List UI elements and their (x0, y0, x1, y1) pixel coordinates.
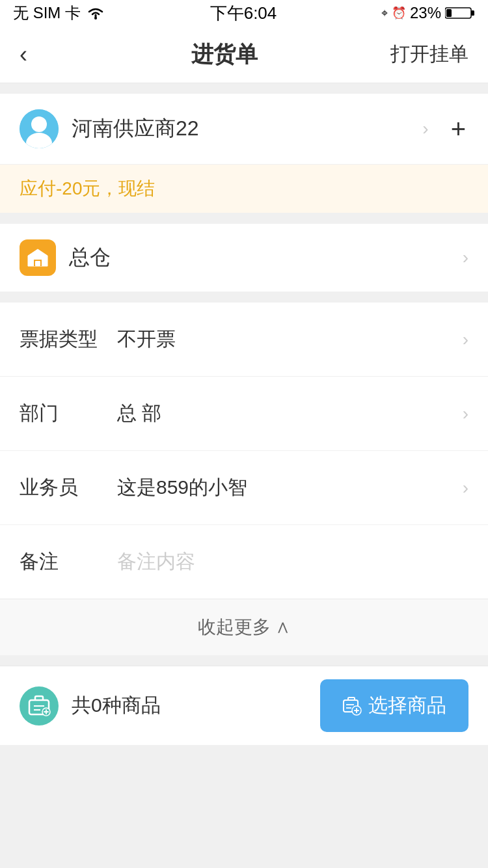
salesperson-value: 这是859的小智 (111, 474, 463, 501)
supplier-avatar (20, 109, 59, 148)
salesperson-chevron-icon: › (463, 478, 468, 498)
invoice-value: 不开票 (111, 326, 463, 353)
supplier-section: 河南供应商22 › + 应付-20元，现结 (0, 94, 488, 213)
carrier-label: 无 SIM 卡 (13, 3, 81, 23)
remark-label: 备注 (20, 549, 111, 575)
product-icon (20, 686, 59, 726)
notice-banner: 应付-20元，现结 (0, 165, 488, 213)
supplier-chevron-icon: › (422, 118, 428, 139)
section-divider-2 (0, 213, 488, 223)
svg-rect-3 (446, 9, 452, 17)
section-divider-4 (0, 655, 488, 666)
battery-icon (445, 6, 475, 20)
svg-rect-2 (471, 10, 474, 16)
location-icon: ⌖ (381, 7, 388, 20)
supplier-row[interactable]: 河南供应商22 › + (0, 94, 488, 165)
section-divider-3 (0, 292, 488, 302)
nav-bar: ‹ 进货单 打开挂单 (0, 26, 488, 83)
remark-row[interactable]: 备注 备注内容 (0, 524, 488, 599)
add-supplier-button[interactable]: + (448, 115, 468, 144)
department-row[interactable]: 部门 总 部 › (0, 376, 488, 450)
salesperson-label: 业务员 (20, 474, 111, 501)
status-left: 无 SIM 卡 (13, 3, 105, 23)
form-section: 票据类型 不开票 › 部门 总 部 › 业务员 这是859的小智 › 备注 备注… (0, 302, 488, 599)
department-value: 总 部 (111, 400, 463, 427)
product-count-label: 共0种商品 (72, 692, 320, 719)
open-pending-button[interactable]: 打开挂单 (390, 41, 468, 68)
status-time: 下午6:04 (210, 2, 277, 25)
wifi-icon (86, 6, 105, 20)
status-bar: 无 SIM 卡 下午6:04 ⌖ ⏰ 23% (0, 0, 488, 26)
supplier-name: 河南供应商22 (72, 115, 422, 143)
page-title: 进货单 (191, 40, 258, 70)
svg-rect-9 (35, 261, 40, 266)
remark-input[interactable]: 备注内容 (111, 549, 468, 575)
alarm-icon: ⏰ (392, 6, 406, 20)
status-right: ⌖ ⏰ 23% (381, 4, 475, 22)
department-label: 部门 (20, 400, 111, 427)
select-product-label: 选择商品 (368, 692, 446, 719)
gray-background (0, 745, 488, 868)
warehouse-chevron-icon: › (463, 247, 468, 268)
invoice-type-row[interactable]: 票据类型 不开票 › (0, 302, 488, 376)
collapse-label: 收起更多 ∧ (198, 615, 291, 640)
battery-label: 23% (410, 4, 441, 22)
section-divider-1 (0, 83, 488, 94)
warehouse-row[interactable]: 总仓 › (0, 223, 488, 292)
invoice-label: 票据类型 (20, 326, 111, 353)
warehouse-section: 总仓 › (0, 223, 488, 292)
back-button[interactable]: ‹ (20, 41, 59, 68)
collapse-button[interactable]: 收起更多 ∧ (0, 599, 488, 655)
invoice-chevron-icon: › (463, 329, 468, 350)
warehouse-icon (20, 239, 56, 276)
warehouse-name: 总仓 (69, 243, 463, 272)
bottom-product-bar: 共0种商品 选择商品 (0, 666, 488, 745)
department-chevron-icon: › (463, 403, 468, 424)
svg-point-0 (94, 17, 97, 20)
svg-point-5 (31, 116, 47, 132)
salesperson-row[interactable]: 业务员 这是859的小智 › (0, 450, 488, 524)
select-product-button[interactable]: 选择商品 (320, 679, 468, 732)
supplier-actions: › + (422, 115, 468, 144)
notice-text: 应付-20元，现结 (20, 178, 155, 198)
